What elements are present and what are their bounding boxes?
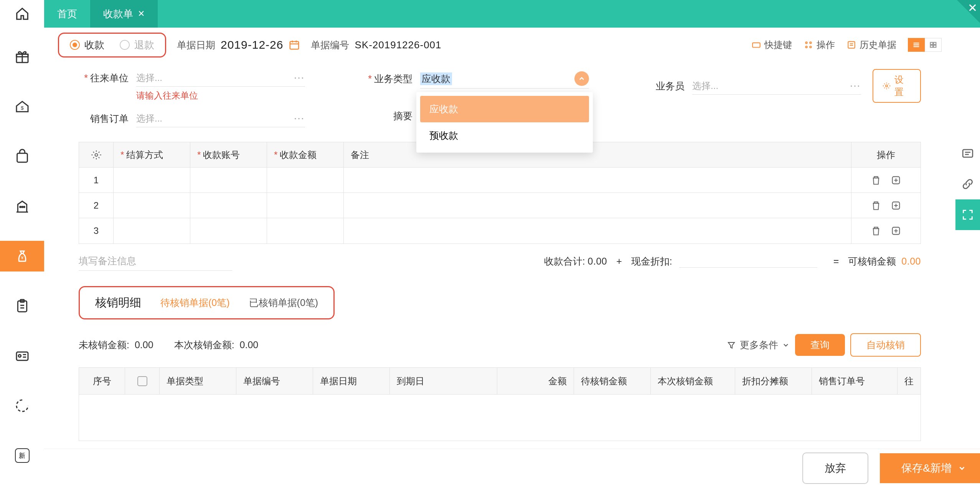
sidebar-item-id-card[interactable] xyxy=(0,341,44,371)
nav-tab-receipt[interactable]: 收款单 ✕ xyxy=(90,0,158,28)
totals-row: 填写备注信息 收款合计: 0.00 + 现金折扣: = 可核销金额 0.00 xyxy=(79,252,921,271)
account-cell[interactable] xyxy=(190,193,267,218)
this-writeoff-label: 本次核销金额: xyxy=(174,339,234,351)
auto-writeoff-button[interactable]: 自动核销 xyxy=(850,333,921,357)
table-gear-header[interactable] xyxy=(79,142,114,167)
vcol-type: 单据类型 xyxy=(160,368,236,394)
nav-tab-home[interactable]: 首页 xyxy=(44,0,90,28)
settings-button[interactable]: 设置 xyxy=(873,69,921,103)
row-index: 2 xyxy=(79,193,114,218)
view-list-button[interactable] xyxy=(908,38,925,52)
col-amount-label: 收款金额 xyxy=(280,149,317,161)
trash-icon[interactable] xyxy=(871,175,881,186)
right-sidebar-link[interactable] xyxy=(955,169,980,199)
writeoff-amount: 0.00 xyxy=(901,256,921,267)
trash-icon[interactable] xyxy=(871,225,881,236)
right-sidebar xyxy=(955,138,980,230)
biz-type-select[interactable]: 应收款 应收款 预收款 xyxy=(420,69,589,89)
sidebar-item-loading[interactable] xyxy=(0,390,44,421)
doc-date-value[interactable]: 2019-12-26 xyxy=(221,38,283,51)
add-row-icon[interactable] xyxy=(891,200,901,211)
nav-tab-label: 收款单 xyxy=(103,7,133,21)
chevron-down-icon xyxy=(958,464,966,472)
vcol-amount: 金额 xyxy=(497,368,574,394)
party-label: 往来单位 xyxy=(90,72,129,83)
radio-refund[interactable]: 退款 xyxy=(120,38,154,52)
more-filters-link[interactable]: 更多条件 xyxy=(727,339,790,351)
view-card-button[interactable] xyxy=(925,38,942,52)
nav-home-icon-slot[interactable] xyxy=(0,0,44,28)
action-bar: 收款 退款 单据日期 2019-12-26 单据编号 SK-20191226-0… xyxy=(44,28,955,62)
gear-icon xyxy=(91,150,102,160)
discount-input[interactable] xyxy=(679,255,817,268)
dropdown-option-receivable[interactable]: 应收款 xyxy=(420,96,589,122)
note-cell[interactable] xyxy=(344,168,851,192)
remark-input[interactable]: 填写备注信息 xyxy=(79,252,232,271)
window-close-button[interactable]: ✕ xyxy=(957,0,980,23)
vcol-checkbox[interactable] xyxy=(125,368,160,394)
query-button[interactable]: 查询 xyxy=(795,334,845,356)
settle-cell[interactable] xyxy=(114,168,190,192)
sidebar-item-bag[interactable] xyxy=(0,141,44,172)
save-and-new-button[interactable]: 保存&新增 xyxy=(880,453,980,483)
note-cell[interactable] xyxy=(344,193,851,218)
filter-icon xyxy=(727,341,736,350)
more-icon[interactable]: ⋯ xyxy=(294,112,305,125)
sales-order-input[interactable]: 选择... ⋯ xyxy=(136,110,305,127)
sidebar-item-clipboard[interactable] xyxy=(0,291,44,321)
account-cell[interactable] xyxy=(190,218,267,243)
loading-icon xyxy=(15,398,30,413)
view-toggle xyxy=(908,38,942,52)
col-settle-label: 结算方式 xyxy=(126,149,163,161)
account-cell[interactable] xyxy=(190,168,267,192)
right-sidebar-message[interactable] xyxy=(955,138,980,169)
cancel-button[interactable]: 放弃 xyxy=(802,452,868,484)
sales-order-label: 销售订单 xyxy=(79,112,129,125)
trash-icon[interactable] xyxy=(871,200,881,211)
sidebar-item-new[interactable]: 新 xyxy=(0,440,44,471)
calendar-icon[interactable] xyxy=(289,39,300,51)
col-ops-label: 操作 xyxy=(851,142,921,167)
amount-cell[interactable] xyxy=(267,218,344,243)
svg-rect-20 xyxy=(931,43,933,45)
salesman-input[interactable]: 选择... ⋯ xyxy=(692,77,861,95)
unwriteoff-label: 未核销金额: xyxy=(79,339,129,351)
settle-cell[interactable] xyxy=(114,218,190,243)
svg-point-18 xyxy=(810,46,811,48)
sidebar-item-building[interactable] xyxy=(0,191,44,222)
more-icon[interactable]: ⋯ xyxy=(294,71,305,84)
right-sidebar-expand[interactable] xyxy=(955,199,980,230)
svg-rect-23 xyxy=(934,45,936,48)
note-cell[interactable] xyxy=(344,218,851,243)
shortcut-link[interactable]: 快捷键 xyxy=(751,39,792,51)
left-sidebar: $ ¥ 新 xyxy=(0,28,44,487)
svg-rect-14 xyxy=(752,43,760,48)
more-icon[interactable]: ⋯ xyxy=(850,79,861,92)
top-navigation: 首页 收款单 ✕ ✕ xyxy=(0,0,980,28)
radio-receive[interactable]: 收款 xyxy=(70,38,104,52)
amount-cell[interactable] xyxy=(267,193,344,218)
add-row-icon[interactable] xyxy=(891,225,901,236)
salesman-placeholder: 选择... xyxy=(692,80,718,92)
biz-type-value: 应收款 xyxy=(420,72,452,85)
receipt-type-radio-group: 收款 退款 xyxy=(58,33,166,58)
tab-done-writeoff[interactable]: 已核销单据(0笔) xyxy=(249,296,318,309)
history-icon xyxy=(846,40,856,50)
amount-cell[interactable] xyxy=(267,168,344,192)
add-row-icon[interactable] xyxy=(891,175,901,186)
chevron-up-icon[interactable] xyxy=(574,71,589,86)
operate-link[interactable]: 操作 xyxy=(803,39,835,51)
svg-point-17 xyxy=(805,46,807,48)
gift-icon xyxy=(15,49,30,64)
tab-pending-writeoff[interactable]: 待核销单据(0笔) xyxy=(160,296,230,309)
history-link[interactable]: 历史单据 xyxy=(846,39,896,51)
sidebar-item-money-bag[interactable]: ¥ xyxy=(0,241,44,271)
close-icon[interactable]: ✕ xyxy=(138,9,145,19)
sidebar-item-house-money[interactable]: $ xyxy=(0,91,44,122)
sidebar-item-gift[interactable] xyxy=(0,41,44,72)
verification-empty-row xyxy=(79,395,921,441)
settle-cell[interactable] xyxy=(114,193,190,218)
party-input[interactable]: 选择... ⋯ xyxy=(136,69,305,87)
biz-type-label: 业务类型 xyxy=(374,73,412,84)
dropdown-option-advance[interactable]: 预收款 xyxy=(420,122,589,149)
